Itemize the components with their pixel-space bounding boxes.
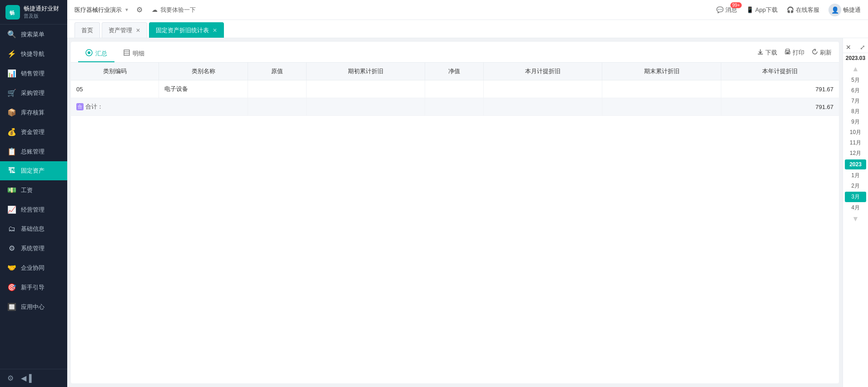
sidebar-item-label: 资金管理 xyxy=(21,128,45,136)
tab-detail[interactable]: 明细 xyxy=(116,46,152,62)
month-item[interactable]: 12月 xyxy=(843,148,868,159)
experience-button[interactable]: ☁ 我要体验一下 xyxy=(152,6,196,14)
total-icon: 合 xyxy=(76,103,84,110)
scroll-up-button[interactable]: ▲ xyxy=(850,63,861,75)
month-item[interactable]: 8月 xyxy=(843,106,868,117)
month-item[interactable]: 10月 xyxy=(843,127,868,138)
settings-bottom-icon[interactable]: ⚙ xyxy=(7,374,14,382)
panel-header: ✕ ⤢ xyxy=(843,42,868,53)
year-2023-label[interactable]: 2023 xyxy=(845,159,866,169)
scroll-down-button[interactable]: ▼ xyxy=(850,213,861,225)
total-monthly xyxy=(484,98,602,116)
apps-icon: 🔲 xyxy=(7,303,16,311)
sidebar-item-label: 快捷导航 xyxy=(21,50,45,58)
download-label: App下载 xyxy=(755,6,778,14)
panel-close-button[interactable]: ✕ xyxy=(846,44,851,51)
cell-initial xyxy=(306,80,425,98)
tab-summary[interactable]: 汇总 xyxy=(78,46,114,62)
sidebar-item-system[interactable]: ⚙ 系统管理 xyxy=(0,238,67,258)
sidebar-nav: 🔍 搜索菜单 ⚡ 快捷导航 📊 销售管理 🛒 采购管理 📦 库存核算 💰 资金管… xyxy=(0,25,67,369)
guide-icon: 🎯 xyxy=(7,283,16,292)
month-item[interactable]: 1月 xyxy=(843,170,868,181)
sidebar-item-label: 应用中心 xyxy=(21,303,45,311)
total-text: 合计： xyxy=(85,103,103,111)
panel-expand-button[interactable]: ⤢ xyxy=(860,44,865,51)
sub-tabs-bar: 汇总 明细 下载 xyxy=(71,42,839,63)
table-row: 05 电子设备 791.67 xyxy=(71,80,839,98)
sidebar-item-basic[interactable]: 🗂 基础信息 xyxy=(0,219,67,238)
page-content: 汇总 明细 下载 xyxy=(71,42,839,383)
sidebar-item-ledger[interactable]: 📋 总账管理 xyxy=(0,142,67,161)
month-item[interactable]: 4月 xyxy=(843,203,868,213)
lightning-icon: ⚡ xyxy=(7,50,16,58)
sidebar-item-payroll[interactable]: 💵 工资 xyxy=(0,180,67,200)
user-menu[interactable]: 👤 畅捷通 xyxy=(828,4,861,16)
refresh-button[interactable]: 刷新 xyxy=(812,49,832,57)
svg-rect-10 xyxy=(786,52,789,54)
topbar: 医疗器械行业演示 ▼ ⚙ ☁ 我要体验一下 💬 消息 99+ 📱 App下载 🎧… xyxy=(67,0,868,20)
download-button[interactable]: 📱 App下载 xyxy=(746,6,778,14)
col-monthly: 本月计提折旧 xyxy=(484,63,602,80)
sidebar-item-label: 新手引导 xyxy=(21,283,45,292)
col-end: 期末累计折旧 xyxy=(602,63,721,80)
month-item[interactable]: 9月 xyxy=(843,117,868,127)
table-container: 类别编码 类别名称 原值 期初累计折旧 净值 本月计提折旧 期末累计折旧 本年计… xyxy=(71,63,839,383)
sidebar-item-search[interactable]: 🔍 搜索菜单 xyxy=(0,25,67,44)
cell-name: 电子设备 xyxy=(159,80,248,98)
avatar: 👤 xyxy=(828,4,841,16)
tab-label: 首页 xyxy=(81,26,93,35)
refresh-icon xyxy=(812,49,818,56)
cell-monthly xyxy=(484,80,602,98)
sidebar-item-fixed-assets[interactable]: 🏗 固定资产 xyxy=(0,161,67,180)
right-panel: ✕ ⤢ 2023.03 ▲ 5月 6月 7月 8月 9月 10月 11月 12月… xyxy=(843,38,868,387)
print-button[interactable]: 打印 xyxy=(784,49,804,57)
tab-close-icon[interactable]: ✕ xyxy=(213,27,217,34)
month-item[interactable]: 7月 xyxy=(843,96,868,106)
total-net xyxy=(425,98,484,116)
tab-close-icon[interactable]: ✕ xyxy=(136,27,140,34)
svg-text:畅: 畅 xyxy=(10,10,15,15)
sidebar-item-guide[interactable]: 🎯 新手引导 xyxy=(0,278,67,297)
service-button[interactable]: 🎧 在线客服 xyxy=(787,6,819,14)
tab-home[interactable]: 首页 xyxy=(74,22,100,38)
company-selector[interactable]: 医疗器械行业演示 ▼ xyxy=(74,6,129,14)
sidebar-item-enterprise[interactable]: 🤝 企业协同 xyxy=(0,258,67,278)
cell-end xyxy=(602,80,721,98)
sidebar-item-label: 固定资产 xyxy=(21,167,45,175)
company-name: 医疗器械行业演示 xyxy=(74,6,122,14)
sidebar-item-nav[interactable]: ⚡ 快捷导航 xyxy=(0,44,67,64)
depreciation-table: 类别编码 类别名称 原值 期初累计折旧 净值 本月计提折旧 期末累计折旧 本年计… xyxy=(71,63,839,116)
collapse-icon[interactable]: ◀▐ xyxy=(21,374,31,382)
sidebar-item-label: 基础信息 xyxy=(21,225,45,233)
sidebar-item-operations[interactable]: 📈 经营管理 xyxy=(0,200,67,219)
sidebar-item-purchase[interactable]: 🛒 采购管理 xyxy=(0,83,67,103)
sidebar-item-label: 工资 xyxy=(21,186,33,194)
app-edition: 普及版 xyxy=(24,13,59,20)
sidebar-item-sales[interactable]: 📊 销售管理 xyxy=(0,64,67,83)
sidebar-item-label: 库存核算 xyxy=(21,109,45,117)
message-button[interactable]: 💬 消息 99+ xyxy=(716,6,737,14)
total-original xyxy=(248,98,306,116)
operations-icon: 📈 xyxy=(7,205,16,214)
phone-icon: 📱 xyxy=(746,6,754,13)
tab-depreciation[interactable]: 固定资产折旧统计表 ✕ xyxy=(149,22,224,38)
month-item[interactable]: 11月 xyxy=(843,138,868,148)
logo-text: 畅捷通好业财 普及版 xyxy=(24,5,59,20)
message-icon: 💬 xyxy=(716,6,724,13)
month-item[interactable]: 5月 xyxy=(843,75,868,85)
month-item-active[interactable]: 3月 xyxy=(845,192,866,202)
refresh-label: 刷新 xyxy=(820,49,832,57)
sidebar-item-inventory[interactable]: 📦 库存核算 xyxy=(0,103,67,122)
download-button[interactable]: 下载 xyxy=(757,49,777,57)
month-item[interactable]: 6月 xyxy=(843,85,868,96)
sidebar-item-capital[interactable]: 💰 资金管理 xyxy=(0,122,67,142)
settings-icon[interactable]: ⚙ xyxy=(136,5,143,14)
sidebar-item-apps[interactable]: 🔲 应用中心 xyxy=(0,297,67,317)
tab-assets[interactable]: 资产管理 ✕ xyxy=(102,22,147,38)
cell-code: 05 xyxy=(71,80,159,98)
main-area: 医疗器械行业演示 ▼ ⚙ ☁ 我要体验一下 💬 消息 99+ 📱 App下载 🎧… xyxy=(67,0,868,387)
search-icon: 🔍 xyxy=(7,30,16,39)
system-icon: ⚙ xyxy=(7,244,16,253)
month-item[interactable]: 2月 xyxy=(843,181,868,191)
topbar-right: 💬 消息 99+ 📱 App下载 🎧 在线客服 👤 畅捷通 xyxy=(716,4,861,16)
